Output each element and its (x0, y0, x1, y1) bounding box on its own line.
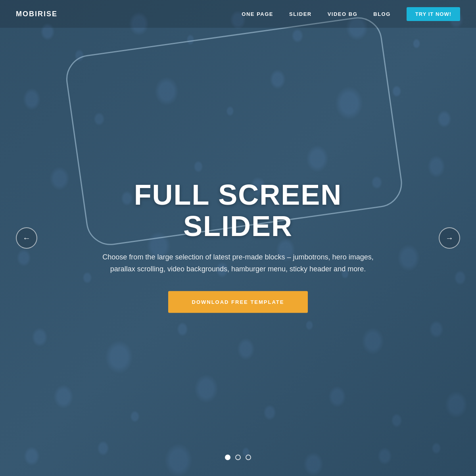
navbar: MOBIRISE ONE PAGE SLIDER VIDEO BG BLOG T… (0, 0, 476, 28)
slider-next-button[interactable]: → (439, 227, 460, 249)
nav-link-slider[interactable]: SLIDER (289, 11, 312, 17)
hero-section: MOBIRISE ONE PAGE SLIDER VIDEO BG BLOG T… (0, 0, 476, 476)
arrow-left-icon: ← (23, 234, 31, 243)
nav-link-blog[interactable]: BLOG (373, 11, 391, 17)
try-it-now-button[interactable]: Try It Now! (407, 7, 460, 21)
download-template-button[interactable]: DOWNLOAD FREE TEMPLATE (168, 291, 308, 313)
nav-link-onepage[interactable]: ONE PAGE (242, 11, 273, 17)
slider-dots (225, 455, 251, 460)
navbar-nav: ONE PAGE SLIDER VIDEO BG BLOG Try It Now… (242, 7, 460, 21)
arrow-right-icon: → (445, 234, 453, 243)
navbar-brand: MOBIRISE (16, 10, 58, 18)
slider-dot-1[interactable] (225, 455, 230, 460)
hero-content: FULL SCREEN SLIDER Choose from the large… (89, 179, 387, 313)
slider-prev-button[interactable]: ← (16, 227, 37, 249)
nav-link-videobg[interactable]: VIDEO BG (328, 11, 358, 17)
hero-subtitle: Choose from the large selection of lates… (89, 251, 387, 275)
hero-title: FULL SCREEN SLIDER (89, 179, 387, 242)
slider-dot-2[interactable] (235, 455, 241, 460)
slider-dot-3[interactable] (246, 455, 251, 460)
